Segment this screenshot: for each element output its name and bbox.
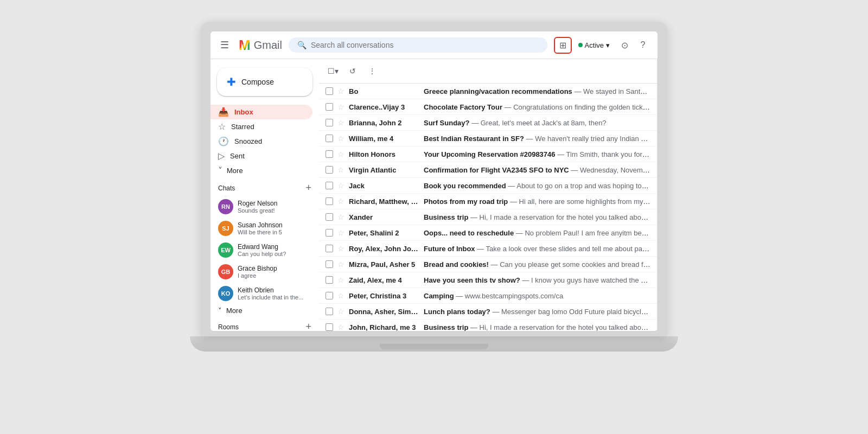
email-star-0[interactable]: ☆ <box>337 87 344 95</box>
rooms-add-button[interactable]: + <box>305 321 311 331</box>
more-dots-icon: ⋮ <box>368 67 376 75</box>
email-row[interactable]: ☆ Virgin Atlantic Confirmation for Fligh… <box>319 162 657 178</box>
chats-more-row[interactable]: ˅ More <box>210 304 312 317</box>
sidebar-item-snoozed[interactable]: 🕐 Snoozed <box>210 134 312 149</box>
email-checkbox-2[interactable] <box>326 119 333 126</box>
account-icon-button[interactable]: ⊙ <box>616 37 633 53</box>
email-sender-10: Roy, Alex, John Jose 5 <box>349 245 419 253</box>
email-checkbox-4[interactable] <box>326 150 333 158</box>
email-subject-9: Oops... need to reschedule — No problem … <box>424 229 650 237</box>
email-star-6[interactable]: ☆ <box>337 181 344 190</box>
email-checkbox-11[interactable] <box>326 260 333 268</box>
email-checkbox-1[interactable] <box>326 103 333 111</box>
grid-icon: ⊞ <box>559 40 566 50</box>
laptop-notch <box>380 344 488 349</box>
email-star-3[interactable]: ☆ <box>337 134 344 143</box>
search-input[interactable] <box>311 41 539 49</box>
sidebar-item-more[interactable]: ˅ More <box>210 163 312 178</box>
email-rows-container: ☆ Bo Greece planning/vacation recommenda… <box>319 84 657 331</box>
email-star-13[interactable]: ☆ <box>337 291 344 300</box>
email-row[interactable]: ☆ Richard, Matthew, me 3 Photos from my … <box>319 194 657 209</box>
hamburger-menu-icon[interactable]: ☰ <box>217 36 232 54</box>
email-subject-5: Confirmation for Flight VA2345 SFO to NY… <box>424 166 650 174</box>
email-row[interactable]: ☆ Mizra, Paul, Asher 5 Bread and cookies… <box>319 257 657 272</box>
email-row[interactable]: ☆ Hilton Honors Your Upcoming Reservatio… <box>319 146 657 162</box>
select-all-checkbox[interactable]: ☐▾ <box>326 63 341 79</box>
chat-item-susan[interactable]: SJ Susan Johnson Will be there in 5 <box>210 218 312 239</box>
email-checkbox-8[interactable] <box>326 213 333 221</box>
email-row[interactable]: ☆ Clarence..Vijay 3 Chocolate Factory To… <box>319 99 657 115</box>
help-icon: ? <box>641 40 646 50</box>
email-row[interactable]: ☆ Zaid, Alex, me 4 Have you seen this tv… <box>319 272 657 288</box>
email-star-14[interactable]: ☆ <box>337 307 344 316</box>
chat-avatar-susan: SJ <box>218 221 233 236</box>
chat-item-keith[interactable]: KO Keith Obrien Let's include that in th… <box>210 283 312 304</box>
email-row[interactable]: ☆ John, Richard, me 3 Business trip — Hi… <box>319 320 657 331</box>
email-row[interactable]: ☆ Jack Book you recommended — About to g… <box>319 178 657 194</box>
email-row[interactable]: ☆ Peter, Christina 3 Camping — www.bestc… <box>319 288 657 304</box>
chats-add-button[interactable]: + <box>305 182 311 194</box>
email-subject-1: Chocolate Factory Tour — Congratulations… <box>424 103 650 111</box>
active-status-badge[interactable]: Active ▾ <box>574 39 614 52</box>
email-checkbox-9[interactable] <box>326 229 333 237</box>
email-checkbox-5[interactable] <box>326 166 333 174</box>
email-checkbox-15[interactable] <box>326 323 333 331</box>
chat-item-roger[interactable]: RN Roger Nelson Sounds great! <box>210 196 312 218</box>
sidebar-item-starred[interactable]: ☆ Starred <box>210 119 312 134</box>
email-sender-7: Richard, Matthew, me 3 <box>349 197 419 206</box>
chat-info-roger: Roger Nelson Sounds great! <box>238 200 277 214</box>
email-checkbox-10[interactable] <box>326 245 333 252</box>
email-row[interactable]: ☆ Xander Business trip — Hi, I made a re… <box>319 209 657 225</box>
email-sender-0: Bo <box>349 87 419 95</box>
email-sender-5: Virgin Atlantic <box>349 166 419 174</box>
email-star-7[interactable]: ☆ <box>337 197 344 206</box>
sidebar-item-inbox[interactable]: 📥 Inbox <box>210 105 312 119</box>
active-label: Active <box>585 41 604 49</box>
email-sender-9: Peter, Shalini 2 <box>349 229 419 237</box>
more-options-button[interactable]: ⋮ <box>365 63 380 79</box>
email-star-8[interactable]: ☆ <box>337 213 344 221</box>
chat-item-grace[interactable]: GB Grace Bishop I agree <box>210 261 312 283</box>
refresh-icon: ↺ <box>349 67 356 75</box>
email-checkbox-3[interactable] <box>326 135 333 142</box>
email-star-5[interactable]: ☆ <box>337 165 344 174</box>
grid-view-button[interactable]: ⊞ <box>554 37 572 54</box>
sidebar: ✚ Compose 📥 Inbox ☆ Starred 🕐 Snoozed <box>210 59 319 331</box>
laptop-base <box>190 336 678 352</box>
email-checkbox-6[interactable] <box>326 182 333 189</box>
sidebar-item-sent[interactable]: ▷ Sent <box>210 149 312 163</box>
email-row[interactable]: ☆ Donna, Asher, Simon 6 Lunch plans toda… <box>319 304 657 320</box>
email-row[interactable]: ☆ Roy, Alex, John Jose 5 Future of Inbox… <box>319 241 657 257</box>
email-checkbox-12[interactable] <box>326 276 333 284</box>
email-row[interactable]: ☆ Brianna, John 2 Surf Sunday? — Great, … <box>319 115 657 131</box>
email-star-15[interactable]: ☆ <box>337 323 344 331</box>
snoozed-icon: 🕐 <box>218 136 229 146</box>
chats-more-chevron-icon: ˅ <box>218 307 222 315</box>
email-star-9[interactable]: ☆ <box>337 228 344 237</box>
email-star-1[interactable]: ☆ <box>337 103 344 111</box>
email-sender-15: John, Richard, me 3 <box>349 323 419 331</box>
email-checkbox-14[interactable] <box>326 308 333 315</box>
email-subject-7: Photos from my road trip — Hi all, here … <box>424 197 650 206</box>
email-sender-11: Mizra, Paul, Asher 5 <box>349 260 419 269</box>
refresh-button[interactable]: ↺ <box>345 63 360 79</box>
chat-item-edward[interactable]: EW Edward Wang Can you help out? <box>210 239 312 261</box>
email-checkbox-0[interactable] <box>326 87 333 95</box>
email-row[interactable]: ☆ Peter, Shalini 2 Oops... need to resch… <box>319 225 657 241</box>
email-subject-11: Bread and cookies! — Can you please get … <box>424 260 650 269</box>
email-star-10[interactable]: ☆ <box>337 244 344 253</box>
search-bar[interactable]: 🔍 <box>289 37 547 53</box>
email-checkbox-13[interactable] <box>326 292 333 299</box>
starred-icon: ☆ <box>218 122 226 132</box>
compose-button[interactable]: ✚ Compose <box>217 68 312 96</box>
email-star-12[interactable]: ☆ <box>337 276 344 284</box>
email-star-2[interactable]: ☆ <box>337 118 344 127</box>
email-star-4[interactable]: ☆ <box>337 150 344 158</box>
email-subject-14: Lunch plans today? — Messenger bag lomo … <box>424 308 650 316</box>
chat-avatar-edward: EW <box>218 242 233 258</box>
help-icon-button[interactable]: ? <box>635 37 651 53</box>
email-row[interactable]: ☆ William, me 4 Best Indian Restaurant i… <box>319 131 657 146</box>
email-row[interactable]: ☆ Bo Greece planning/vacation recommenda… <box>319 84 657 99</box>
email-checkbox-7[interactable] <box>326 197 333 205</box>
email-star-11[interactable]: ☆ <box>337 260 344 269</box>
